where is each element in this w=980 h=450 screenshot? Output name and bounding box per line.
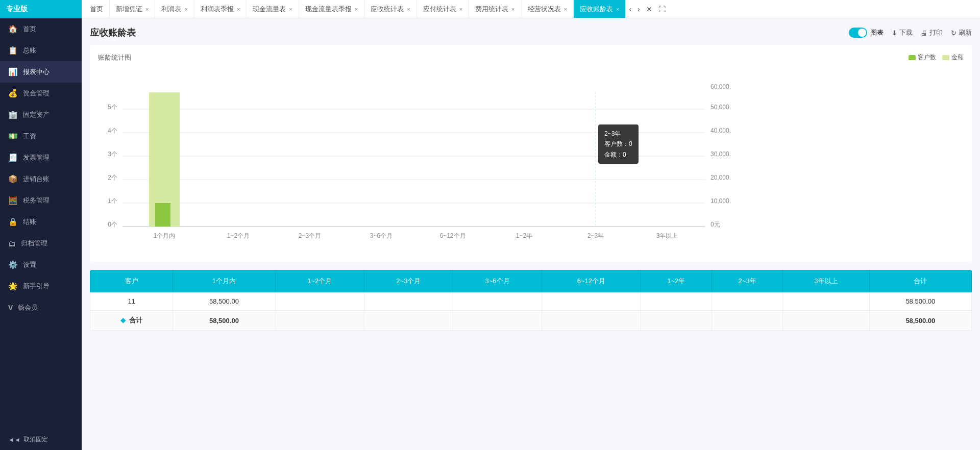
sidebar-item-salary[interactable]: 💵 工资 — [0, 126, 82, 147]
tab-payable-stat[interactable]: 应付统计表 × — [417, 0, 469, 18]
tab-cashflow-q-close[interactable]: × — [355, 6, 358, 12]
tab-cashflow-q[interactable]: 现金流量表季报 × — [299, 0, 364, 18]
tab-profit-label: 利润表 — [161, 5, 181, 14]
sidebar-item-invoice[interactable]: 🧾 发票管理 — [0, 147, 82, 168]
invoice-icon: 🧾 — [8, 153, 18, 162]
sidebar-unpin-button[interactable]: ◄◄ 取消固定 — [0, 429, 82, 450]
page-header: 应收账龄表 图表 ⬇ 下载 🖨 打印 ↻ 刷新 — [90, 27, 972, 39]
sidebar-item-assets[interactable]: 🏢 固定资产 — [0, 104, 82, 126]
tab-profit-close[interactable]: × — [184, 6, 187, 12]
cell-m612-0 — [542, 292, 641, 311]
cell-y3p-0 — [783, 292, 869, 311]
sidebar-item-closing[interactable]: 🔒 结账 — [0, 211, 82, 233]
svg-text:2~3个月: 2~3个月 — [299, 232, 321, 239]
tab-receivable-stat-label: 应收统计表 — [371, 5, 404, 14]
tab-receivable-stat-close[interactable]: × — [407, 6, 410, 12]
tab-cashflow[interactable]: 现金流量表 × — [247, 0, 299, 18]
tab-aging-close[interactable]: × — [616, 6, 619, 12]
tab-profit[interactable]: 利润表 × — [155, 0, 194, 18]
refresh-button[interactable]: ↻ 刷新 — [951, 28, 972, 37]
download-button[interactable]: ⬇ 下载 — [892, 28, 913, 37]
tab-fullscreen-button[interactable]: ⛶ — [655, 3, 669, 15]
unpin-icon: ◄◄ — [8, 436, 20, 443]
app-logo: 专业版 — [0, 0, 82, 18]
cell-total-0: 58,500.00 — [869, 292, 971, 311]
tab-profit-q-label: 利润表季报 — [201, 5, 234, 14]
sidebar-label-invoice: 发票管理 — [23, 153, 50, 162]
tab-business-stat-close[interactable]: × — [564, 6, 567, 12]
tab-close-all-button[interactable]: ✕ — [643, 3, 655, 15]
cell-total-m1: 58,500.00 — [173, 311, 275, 331]
print-button[interactable]: 🖨 打印 — [921, 28, 943, 37]
chart-toggle-wrap: 图表 — [849, 28, 884, 38]
tab-home[interactable]: 首页 — [84, 0, 110, 18]
sidebar-item-report[interactable]: 📊 报表中心 — [0, 61, 82, 83]
cell-total-sum: 58,500.00 — [869, 311, 971, 331]
chart-toggle[interactable] — [849, 28, 867, 38]
tax-icon: 🧮 — [8, 196, 18, 205]
tab-profit-q-close[interactable]: × — [237, 6, 240, 12]
page-title: 应收账龄表 — [90, 27, 136, 39]
cell-total-m23 — [364, 311, 453, 331]
sidebar-label-closing: 结账 — [23, 217, 36, 227]
tab-voucher[interactable]: 新增凭证 × — [110, 0, 155, 18]
cell-total-y23 — [712, 311, 782, 331]
sidebar-item-tax[interactable]: 🧮 税务管理 — [0, 190, 82, 211]
sidebar-item-member[interactable]: V 畅会员 — [0, 297, 82, 318]
tab-prev-button[interactable]: ‹ — [626, 3, 634, 15]
member-icon: V — [8, 304, 13, 312]
cell-total-label: ◆ 合计 — [90, 311, 173, 331]
svg-text:5个: 5个 — [108, 104, 117, 111]
svg-text:2个: 2个 — [108, 174, 117, 181]
cell-total-y3p — [783, 311, 869, 331]
tab-voucher-close[interactable]: × — [145, 6, 149, 12]
sidebar-label-salary: 工资 — [23, 132, 36, 141]
bar-customers-0 — [155, 203, 170, 227]
tab-payable-stat-close[interactable]: × — [459, 6, 462, 12]
chart-toggle-label: 图表 — [870, 28, 884, 37]
tab-next-button[interactable]: › — [634, 3, 643, 15]
sidebar-item-settings[interactable]: ⚙️ 设置 — [0, 254, 82, 276]
cell-m1-0: 58,500.00 — [173, 292, 275, 311]
chart-svg: 0个 1个 2个 3个 4个 5个 0元 10,000.00元 20,000.0… — [98, 68, 731, 252]
sidebar-item-archive[interactable]: 🗂 归档管理 — [0, 233, 82, 254]
sidebar-item-inventory[interactable]: 📦 进销台账 — [0, 168, 82, 190]
col-y23: 2~3年 — [712, 270, 782, 292]
tab-cashflow-close[interactable]: × — [289, 6, 292, 12]
salary-icon: 💵 — [8, 132, 18, 141]
archive-icon: 🗂 — [8, 239, 16, 248]
assets-icon: 🏢 — [8, 110, 18, 119]
report-icon: 📊 — [8, 67, 18, 77]
svg-text:0个: 0个 — [108, 221, 117, 228]
tab-aging-label: 应收账龄表 — [580, 5, 613, 14]
table-row: 11 58,500.00 58,500.00 — [90, 292, 972, 311]
chart-svg-wrap: 0个 1个 2个 3个 4个 5个 0元 10,000.00元 20,000.0… — [98, 68, 964, 254]
svg-text:1个: 1个 — [108, 197, 117, 205]
col-m12: 1~2个月 — [275, 270, 364, 292]
inventory-icon: 📦 — [8, 174, 18, 184]
sidebar-label-assets: 固定资产 — [23, 110, 50, 119]
tab-aging[interactable]: 应收账龄表 × — [574, 0, 626, 18]
svg-text:3年以上: 3年以上 — [656, 232, 678, 239]
sidebar-item-ledger[interactable]: 📋 总账 — [0, 40, 82, 61]
cell-total-m612 — [542, 311, 641, 331]
sidebar-label-home: 首页 — [23, 24, 36, 34]
download-icon: ⬇ — [892, 29, 897, 37]
svg-text:0元: 0元 — [710, 221, 720, 228]
tab-expense-stat[interactable]: 费用统计表 × — [469, 0, 521, 18]
tab-expense-stat-close[interactable]: × — [511, 6, 514, 12]
sidebar-item-home[interactable]: 🏠 首页 — [0, 18, 82, 40]
svg-text:6~12个月: 6~12个月 — [439, 232, 465, 239]
sidebar-label-settings: 设置 — [23, 260, 36, 269]
sidebar-item-capital[interactable]: 💰 资金管理 — [0, 83, 82, 104]
tab-business-stat[interactable]: 经营状况表 × — [522, 0, 574, 18]
tab-payable-stat-label: 应付统计表 — [423, 5, 456, 14]
tab-receivable-stat[interactable]: 应收统计表 × — [364, 0, 416, 18]
unpin-label: 取消固定 — [23, 435, 48, 444]
tab-cashflow-label: 现金流量表 — [253, 5, 286, 14]
refresh-icon: ↻ — [951, 29, 957, 37]
closing-icon: 🔒 — [8, 217, 18, 227]
tab-profit-q[interactable]: 利润表季报 × — [194, 0, 247, 18]
svg-text:30,000.00元: 30,000.00元 — [710, 151, 731, 158]
sidebar-item-guide[interactable]: 🌟 新手引导 — [0, 276, 82, 297]
